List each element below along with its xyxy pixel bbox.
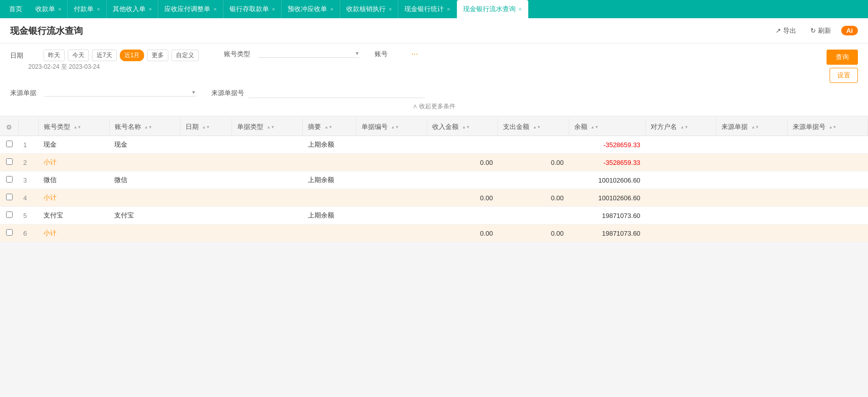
- table-row[interactable]: 1 现金 现金 上期余额 -3528659.33: [0, 136, 868, 154]
- settings-button[interactable]: 设置: [830, 68, 858, 83]
- sort-icon[interactable]: ▲▼: [391, 125, 399, 129]
- nav-home[interactable]: 首页: [2, 0, 29, 18]
- sort-icon[interactable]: ▲▼: [533, 125, 541, 129]
- row-checkbox-cell[interactable]: [0, 225, 18, 242]
- row-checkbox[interactable]: [6, 229, 13, 236]
- sort-icon[interactable]: ▲▼: [325, 125, 333, 129]
- export-button[interactable]: ↗ 导出: [771, 24, 800, 37]
- col-header-doc-no: 单据编号 ▲▼: [356, 118, 427, 136]
- account-ellipsis-button[interactable]: ···: [409, 50, 420, 59]
- sort-icon[interactable]: ▲▼: [590, 125, 599, 129]
- cell-account-type: 小计: [38, 154, 109, 171]
- table-row[interactable]: 2 小计 0.00 0.00 -3528659.33: [0, 154, 868, 171]
- page-title: 现金银行流水查询: [10, 25, 83, 37]
- cell-source-doc: [716, 189, 787, 207]
- source-doc-no-input[interactable]: [248, 88, 425, 98]
- row-checkbox[interactable]: [6, 141, 13, 147]
- table-row[interactable]: 6 小计 0.00 0.00 19871073.60: [0, 225, 868, 242]
- cell-doc-no: [356, 154, 427, 171]
- col-header-account-name: 账号名称 ▲▼: [109, 118, 180, 136]
- cell-income: [427, 171, 498, 189]
- nav-item-收款核销执行[interactable]: 收款核销执行 ×: [340, 0, 398, 18]
- row-checkbox-cell[interactable]: [0, 154, 18, 171]
- cell-source-doc: [716, 154, 787, 171]
- cell-summary: 上期余额: [303, 136, 356, 154]
- table-row[interactable]: 5 支付宝 支付宝 上期余额 19871073.60: [0, 207, 868, 225]
- col-header-row-num: [18, 118, 38, 136]
- nav-item-收款单[interactable]: 收款单 ×: [29, 0, 68, 18]
- row-checkbox[interactable]: [6, 194, 13, 200]
- row-checkbox-cell[interactable]: [0, 171, 18, 189]
- date-btn-custom[interactable]: 自定义: [171, 50, 199, 61]
- close-icon[interactable]: ×: [58, 6, 61, 12]
- row-checkbox-cell[interactable]: [0, 136, 18, 154]
- row-number: 1: [18, 136, 38, 154]
- date-btn-1month[interactable]: 近1月: [120, 50, 145, 61]
- close-icon[interactable]: ×: [330, 6, 333, 12]
- close-icon[interactable]: ×: [389, 6, 392, 12]
- sort-icon[interactable]: ▲▼: [680, 125, 689, 129]
- close-icon[interactable]: ×: [97, 6, 100, 12]
- row-checkbox-cell[interactable]: [0, 207, 18, 225]
- cell-account-type: 支付宝: [38, 207, 109, 225]
- nav-item-应收应付调整单[interactable]: 应收应付调整单 ×: [158, 0, 223, 18]
- cell-expense: 0.00: [498, 154, 569, 171]
- row-checkbox[interactable]: [6, 211, 13, 218]
- row-checkbox[interactable]: [6, 176, 13, 183]
- close-icon[interactable]: ×: [213, 6, 216, 12]
- sort-icon[interactable]: ▲▼: [751, 125, 759, 129]
- nav-item-付款单[interactable]: 付款单 ×: [68, 0, 106, 18]
- account-type-select[interactable]: ▼: [258, 51, 359, 58]
- date-btn-7days[interactable]: 近7天: [92, 50, 117, 61]
- cell-account-name: 微信: [109, 171, 180, 189]
- sort-icon[interactable]: ▲▼: [462, 125, 470, 129]
- close-icon[interactable]: ×: [519, 6, 522, 12]
- cell-doc-no: [356, 171, 427, 189]
- table-container: ⚙ 账号类型 ▲▼ 账号名称 ▲▼ 日期 ▲▼ 单据类型 ▲▼: [0, 118, 868, 242]
- cell-source-doc: [716, 207, 787, 225]
- sort-icon[interactable]: ▲▼: [829, 125, 837, 129]
- table-row[interactable]: 3 微信 微信 上期余额 100102606.60: [0, 171, 868, 189]
- query-button[interactable]: 查询: [827, 50, 858, 65]
- cell-date: [180, 136, 232, 154]
- cell-summary: 上期余额: [303, 171, 356, 189]
- close-icon[interactable]: ×: [272, 6, 275, 12]
- date-btn-more[interactable]: 更多: [147, 50, 168, 61]
- cell-counterparty: [646, 171, 716, 189]
- close-icon[interactable]: ×: [447, 6, 450, 12]
- table-row[interactable]: 4 小计 0.00 0.00 100102606.60: [0, 189, 868, 207]
- cell-doc-type: [232, 189, 302, 207]
- source-doc-label: 来源单据: [10, 89, 40, 98]
- date-btn-yesterday[interactable]: 昨天: [43, 50, 65, 61]
- close-icon[interactable]: ×: [149, 6, 152, 12]
- row-number: 3: [18, 171, 38, 189]
- refresh-button[interactable]: ↻ 刷新: [806, 24, 835, 37]
- date-btn-today[interactable]: 今天: [68, 50, 89, 61]
- nav-item-预收冲应收单[interactable]: 预收冲应收单 ×: [282, 0, 340, 18]
- sort-icon[interactable]: ▲▼: [202, 125, 210, 129]
- cell-summary: [303, 225, 356, 242]
- data-table: ⚙ 账号类型 ▲▼ 账号名称 ▲▼ 日期 ▲▼ 单据类型 ▲▼: [0, 118, 868, 242]
- collapse-filters-button[interactable]: ∧ 收起更多条件: [10, 102, 858, 111]
- chevron-down-icon: ▼: [354, 51, 359, 56]
- nav-item-现金银行统计[interactable]: 现金银行统计 ×: [398, 0, 456, 18]
- source-doc-select[interactable]: ▼: [44, 90, 196, 97]
- cell-balance: 19871073.60: [569, 225, 646, 242]
- nav-item-银行存取款单[interactable]: 银行存取款单 ×: [223, 0, 282, 18]
- nav-item-现金银行流水查询[interactable]: 现金银行流水查询 ×: [457, 0, 528, 18]
- cell-balance: -3528659.33: [569, 154, 646, 171]
- sort-icon[interactable]: ▲▼: [267, 125, 275, 129]
- nav-item-其他收入单[interactable]: 其他收入单 ×: [107, 0, 158, 18]
- cell-expense: [498, 171, 569, 189]
- ai-badge[interactable]: Ai: [841, 26, 858, 35]
- row-checkbox[interactable]: [6, 158, 13, 165]
- cell-source-doc-no: [787, 225, 867, 242]
- sort-icon[interactable]: ▲▼: [144, 125, 152, 129]
- source-doc-no-label: 来源单据号: [211, 89, 244, 98]
- sort-icon[interactable]: ▲▼: [73, 125, 81, 129]
- gear-icon[interactable]: ⚙: [6, 123, 12, 131]
- cell-doc-type: [232, 207, 302, 225]
- cell-source-doc-no: [787, 136, 867, 154]
- row-checkbox-cell[interactable]: [0, 189, 18, 207]
- column-settings[interactable]: ⚙: [0, 118, 18, 136]
